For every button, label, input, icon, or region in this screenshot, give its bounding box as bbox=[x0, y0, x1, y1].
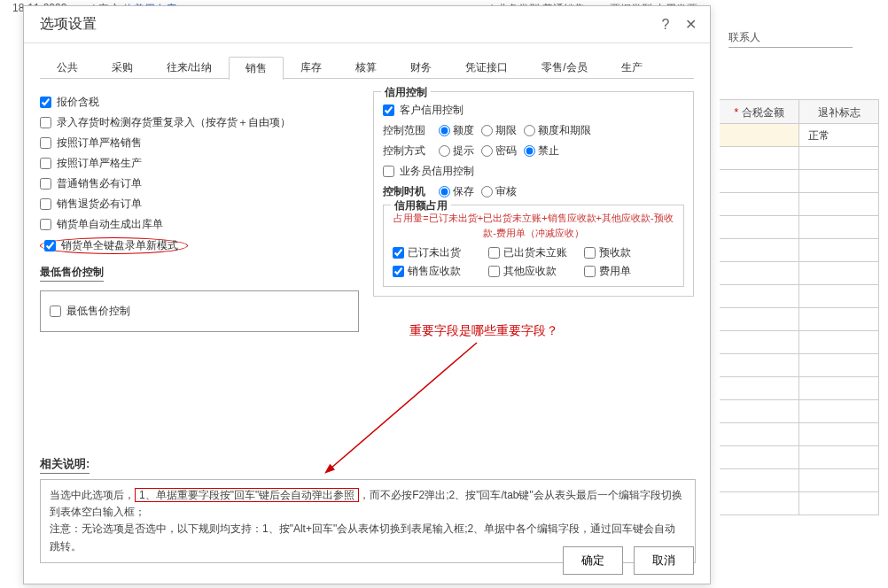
close-icon[interactable]: ✕ bbox=[682, 16, 699, 34]
chk-strict-prod[interactable] bbox=[40, 158, 51, 169]
tab-finance[interactable]: 财务 bbox=[393, 56, 448, 79]
table-row bbox=[799, 400, 879, 423]
table-row bbox=[799, 308, 879, 331]
table-row bbox=[799, 469, 879, 492]
table-row bbox=[720, 423, 799, 446]
table-row bbox=[720, 193, 799, 216]
table-row bbox=[720, 170, 799, 193]
chk-auto-out[interactable] bbox=[40, 219, 51, 230]
modal-title: 选项设置 bbox=[40, 15, 650, 34]
chk-tax[interactable] bbox=[40, 97, 51, 108]
chk-emp-credit[interactable] bbox=[383, 166, 394, 177]
th-amount: 合税金额 bbox=[720, 99, 799, 124]
radio-mode-pwd[interactable] bbox=[481, 145, 493, 157]
tab-purchase[interactable]: 采购 bbox=[95, 56, 150, 79]
modal-footer: 确定 取消 bbox=[563, 546, 694, 575]
highlight-box: 1、单据重要字段按"回车"键后会自动弹出参照 bbox=[135, 488, 359, 502]
tab-retail[interactable]: 零售/会员 bbox=[525, 56, 604, 79]
chk-cust-credit[interactable] bbox=[383, 104, 394, 116]
table-row bbox=[799, 331, 879, 354]
annotation-ellipse: 销货单全键盘录单新模式 bbox=[40, 237, 188, 254]
chk-return-need-order[interactable] bbox=[40, 198, 51, 210]
table-row bbox=[799, 262, 879, 285]
chk-strict-prod-label: 按照订单严格生产 bbox=[57, 156, 142, 171]
chk-fee[interactable] bbox=[584, 266, 596, 277]
table-row bbox=[799, 423, 879, 446]
chk-ordered-not-shipped[interactable] bbox=[393, 247, 404, 259]
bg-contact: 联系人 bbox=[728, 30, 853, 48]
table-row bbox=[799, 446, 879, 469]
radio-mode-forbid[interactable] bbox=[524, 145, 535, 157]
tab-ar-ap[interactable]: 往来/出纳 bbox=[150, 56, 229, 79]
chk-dup-label: 录入存货时检测存货重复录入（按存货＋自由项） bbox=[57, 115, 291, 130]
chk-cust-credit-label: 客户信用控制 bbox=[400, 103, 463, 118]
tab-stock[interactable]: 库存 bbox=[284, 56, 339, 79]
chk-strict-sale[interactable] bbox=[40, 137, 51, 149]
table-row bbox=[720, 147, 799, 170]
chk-need-order-label: 普通销售必有订单 bbox=[57, 176, 142, 191]
description-title: 相关说明: bbox=[40, 456, 90, 474]
radio-mode-tip[interactable] bbox=[439, 145, 450, 157]
table-row bbox=[720, 354, 799, 377]
tab-production[interactable]: 生产 bbox=[604, 56, 659, 79]
annotation-question: 重要字段是哪些重要字段？ bbox=[409, 323, 558, 339]
cancel-button[interactable]: 取消 bbox=[634, 546, 694, 575]
chk-emp-credit-label: 业务员信用控制 bbox=[400, 164, 474, 179]
table-row bbox=[799, 170, 879, 193]
table-row bbox=[799, 193, 879, 216]
tab-voucher[interactable]: 凭证接口 bbox=[448, 56, 525, 79]
svg-line-0 bbox=[331, 343, 477, 468]
chk-return-need-order-label: 销售退货必有订单 bbox=[57, 197, 142, 212]
table-row bbox=[720, 492, 799, 515]
table-row bbox=[799, 216, 879, 239]
table-row bbox=[799, 377, 879, 400]
chk-shipped-not-booked[interactable] bbox=[488, 247, 500, 259]
chk-tax-label: 报价含税 bbox=[57, 95, 99, 110]
table-row bbox=[720, 400, 799, 423]
credit-note: 占用量=已订未出货+已出货未立账+销售应收款+其他应收款-预收款-费用单（冲减应… bbox=[393, 211, 674, 240]
scope-label: 控制范围 bbox=[383, 123, 425, 138]
radio-scope-period[interactable] bbox=[481, 125, 493, 136]
radio-scope-amount[interactable] bbox=[439, 125, 450, 136]
ok-button[interactable]: 确定 bbox=[563, 546, 623, 575]
table-row bbox=[720, 446, 799, 469]
modal-header: 选项设置 ? ✕ bbox=[24, 6, 710, 43]
radio-scope-both[interactable] bbox=[524, 125, 535, 136]
left-column: 报价含税 录入存货时检测存货重复录入（按存货＋自由项） 按照订单严格销售 按照订… bbox=[40, 89, 359, 332]
chk-sale-ar[interactable] bbox=[393, 266, 404, 277]
table-row bbox=[720, 377, 799, 400]
tab-common[interactable]: 公共 bbox=[40, 56, 95, 79]
table-row bbox=[720, 331, 799, 354]
radio-timing-save[interactable] bbox=[439, 186, 450, 197]
chk-min-price-label: 最低售价控制 bbox=[66, 304, 130, 319]
row-flag: 正常 bbox=[799, 124, 879, 147]
chk-auto-out-label: 销货单自动生成出库单 bbox=[57, 217, 163, 232]
chk-prepay[interactable] bbox=[584, 247, 596, 259]
chk-kb-mode[interactable] bbox=[44, 240, 56, 251]
tab-accounting[interactable]: 核算 bbox=[339, 56, 393, 79]
table-row bbox=[720, 124, 799, 147]
chk-min-price[interactable] bbox=[50, 306, 61, 317]
table-row bbox=[799, 147, 879, 170]
bg-table: 合税金额退补标志 正常 bbox=[720, 99, 888, 515]
chk-need-order[interactable] bbox=[40, 178, 51, 190]
chk-dup[interactable] bbox=[40, 117, 51, 128]
help-icon[interactable]: ? bbox=[657, 16, 674, 34]
tab-bar: 公共 采购 往来/出纳 销售 库存 核算 财务 凭证接口 零售/会员 生产 bbox=[40, 56, 694, 79]
radio-timing-audit[interactable] bbox=[481, 186, 493, 197]
table-row bbox=[720, 469, 799, 492]
min-price-title: 最低售价控制 bbox=[40, 265, 104, 282]
th-flag: 退补标志 bbox=[799, 99, 879, 124]
timing-label: 控制时机 bbox=[383, 185, 425, 197]
min-price-section: 最低售价控制 最低售价控制 bbox=[40, 261, 359, 332]
table-row bbox=[799, 239, 879, 262]
credit-quota-legend: 信用额占用 bbox=[391, 198, 451, 213]
tab-sale[interactable]: 销售 bbox=[229, 57, 284, 80]
chk-other-ar[interactable] bbox=[488, 266, 500, 277]
credit-control-group: 信用控制 客户信用控制 控制范围 额度 期限 额度和期限 控制方式 提示 密码 … bbox=[373, 91, 694, 297]
table-row bbox=[720, 239, 799, 262]
options-modal: 选项设置 ? ✕ 公共 采购 往来/出纳 销售 库存 核算 财务 凭证接口 零售… bbox=[23, 5, 711, 584]
right-column: 信用控制 客户信用控制 控制范围 额度 期限 额度和期限 控制方式 提示 密码 … bbox=[373, 89, 694, 332]
table-row bbox=[799, 285, 879, 308]
chk-kb-mode-label: 销货单全键盘录单新模式 bbox=[61, 238, 178, 253]
